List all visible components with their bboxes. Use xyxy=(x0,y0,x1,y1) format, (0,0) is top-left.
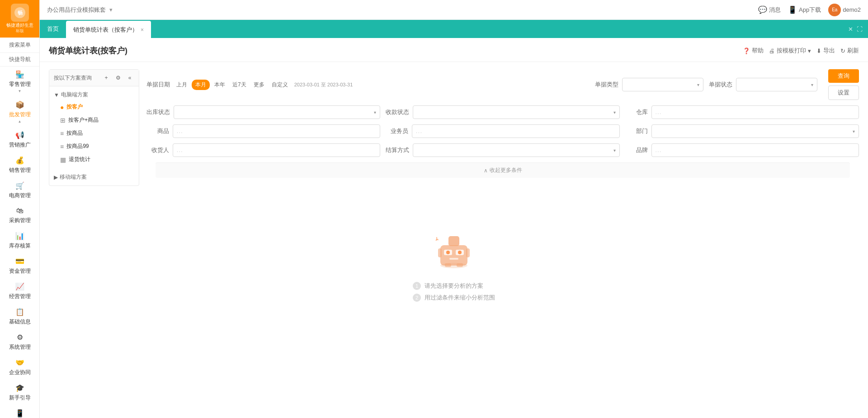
goods-label: 商品 xyxy=(146,127,169,135)
brand-input[interactable]: ... xyxy=(651,143,859,157)
filter-payment-status: 收款状态 ▾ xyxy=(386,105,619,119)
help-button[interactable]: ❓ 帮助 xyxy=(743,47,764,55)
date-btn-this-month[interactable]: 本月 xyxy=(192,80,210,90)
empty-icon xyxy=(427,220,481,275)
settlement-select[interactable]: ▾ xyxy=(413,143,619,157)
export-button[interactable]: ⬇ 导出 xyxy=(816,47,835,55)
warehouse-label: 仓库 xyxy=(625,108,648,116)
scheme-mobile-section: ▶ 移动端方案 xyxy=(49,169,139,185)
purchase-icon: 🛍 xyxy=(16,207,24,215)
bar-chart-icon: ▦ xyxy=(60,156,66,163)
filter-row-4: 收货人 ... 结算方式 ▾ xyxy=(146,143,859,157)
settlement-dropdown-icon: ▾ xyxy=(613,148,616,153)
scheme-item-by-customer[interactable]: ● 按客户 xyxy=(49,100,139,114)
date-btn-7days[interactable]: 近7天 xyxy=(230,80,249,90)
content-area: 销货单统计表(按客户) ❓ 帮助 🖨 按模板打印 ▾ ⬇ 导出 ↻ 刷新 xyxy=(40,38,868,418)
header-left: 办公用品行业模拟账套 ▾ xyxy=(47,6,113,14)
sidebar-nav[interactable]: 快捷导航 xyxy=(0,53,39,66)
app-download-button[interactable]: 📱 App下载 xyxy=(788,5,821,14)
date-label: 单据日期 xyxy=(146,81,170,89)
logo-area[interactable]: 畅 畅捷通好生意 标版 xyxy=(0,0,39,38)
sidebar-item-enterprise[interactable]: 🤝 企业协同 xyxy=(0,355,39,380)
close-window-icon[interactable]: ✕ xyxy=(848,26,853,33)
sidebar-item-wholesale[interactable]: 📦 批发管理 ▲ xyxy=(0,97,39,127)
query-layout: 按以下方案查询 + ⚙ « ▼ 电脑端方案 ● xyxy=(49,69,859,186)
tutorial-icon: 🎓 xyxy=(15,384,24,392)
empty-hint-1: 1 请先选择要分析的方案 xyxy=(413,282,495,290)
sidebar-item-system[interactable]: ⚙ 系统管理 xyxy=(0,329,39,355)
receiver-input[interactable]: ... xyxy=(173,143,380,157)
tab-bar: 首页 销货单统计表（按客户） × ✕ ⛶ xyxy=(40,20,868,38)
order-status-label: 单据状态 xyxy=(709,81,732,89)
maximize-icon[interactable]: ⛶ xyxy=(857,26,863,33)
grid-icon: ⊞ xyxy=(60,117,66,124)
sidebar-item-tutorial[interactable]: 🎓 新手引导 xyxy=(0,380,39,405)
scheme-collapse-button[interactable]: « xyxy=(125,73,134,82)
scheme-panel: 按以下方案查询 + ⚙ « ▼ 电脑端方案 ● xyxy=(49,69,139,186)
scheme-item-return-stats[interactable]: ▦ 退货统计 xyxy=(49,153,139,166)
date-btn-more[interactable]: 更多 xyxy=(251,80,267,90)
sidebar-item-marketing[interactable]: 📢 营销推广 xyxy=(0,127,39,152)
filter-area: 单据日期 上月 本月 本年 近7天 更多 自定义 2023-03-01 至 20… xyxy=(146,69,859,186)
sidebar-item-basic-info[interactable]: 📋 基础信息 xyxy=(0,304,39,329)
scheme-item-customer-goods[interactable]: ⊞ 按客户+商品 xyxy=(49,114,139,127)
export-icon: ⬇ xyxy=(816,48,821,54)
scheme-add-button[interactable]: + xyxy=(102,73,111,82)
settings-button[interactable]: 设置 xyxy=(828,86,859,100)
payment-status-select[interactable]: ▾ xyxy=(413,105,619,119)
message-button[interactable]: 💬 消息 xyxy=(758,5,781,14)
salesperson-label: 业务员 xyxy=(386,127,408,135)
scheme-settings-button[interactable]: ⚙ xyxy=(113,73,123,82)
status-dropdown-icon: ▾ xyxy=(811,82,813,87)
download-icon: 📱 xyxy=(788,5,797,14)
sidebar-item-management[interactable]: 📈 经营管理 xyxy=(0,279,39,304)
dept-dropdown-icon: ▾ xyxy=(853,129,855,134)
chevron-down-icon: ▼ xyxy=(18,89,22,93)
date-btn-custom[interactable]: 自定义 xyxy=(269,80,291,90)
out-status-select[interactable]: ▾ xyxy=(174,105,380,119)
refresh-button[interactable]: ↻ 刷新 xyxy=(840,47,859,55)
warehouse-input[interactable]: ... xyxy=(651,105,859,119)
table2-icon: ≡ xyxy=(60,143,64,150)
scheme-mobile-header[interactable]: ▶ 移动端方案 xyxy=(49,171,139,183)
user-profile[interactable]: Ea demo2 xyxy=(828,4,861,16)
out-status-dropdown-icon: ▾ xyxy=(374,110,376,115)
chevron-up-icon: ▲ xyxy=(18,119,22,124)
filter-out-status: 出库状态 ▾ xyxy=(146,105,380,119)
salesperson-input[interactable]: ... xyxy=(412,124,619,138)
print-button[interactable]: 🖨 按模板打印 ▾ xyxy=(769,47,811,55)
svg-rect-8 xyxy=(449,258,458,260)
svg-rect-9 xyxy=(448,236,459,246)
sidebar-item-finance[interactable]: 💳 资金管理 xyxy=(0,253,39,279)
main-area: 办公用品行业模拟账套 ▾ 💬 消息 📱 App下载 Ea demo2 首页 xyxy=(40,0,868,418)
refresh-icon: ↻ xyxy=(840,48,845,54)
goods-input[interactable]: ... xyxy=(173,124,380,138)
scheme-item-goods99[interactable]: ≡ 按商品99 xyxy=(49,140,139,153)
date-btn-last-month[interactable]: 上月 xyxy=(174,80,190,90)
tab-home[interactable]: 首页 xyxy=(40,20,66,38)
header-right: 💬 消息 📱 App下载 Ea demo2 xyxy=(758,4,861,16)
sidebar-item-purchase[interactable]: 🛍 采购管理 xyxy=(0,203,39,228)
sidebar-item-sales[interactable]: 💰 销售管理 xyxy=(0,152,39,178)
empty-state: 1 请先选择要分析的方案 2 用过滤条件来缩小分析范围 xyxy=(40,193,868,329)
order-type-select[interactable]: ▾ xyxy=(622,78,703,91)
svg-point-6 xyxy=(446,251,450,254)
sidebar-item-app-center[interactable]: 📱 应用中心 xyxy=(0,405,39,418)
sidebar-item-inventory[interactable]: 📊 库存核算 xyxy=(0,228,39,253)
scheme-panel-header: 按以下方案查询 + ⚙ « xyxy=(49,70,139,86)
department-select[interactable]: ▾ xyxy=(651,124,859,138)
order-status-select[interactable]: ▾ xyxy=(736,78,817,91)
query-button[interactable]: 查询 xyxy=(828,69,859,83)
date-btn-this-year[interactable]: 本年 xyxy=(212,80,228,90)
tab-active[interactable]: 销货单统计表（按客户） × xyxy=(66,21,151,39)
tab-close-icon[interactable]: × xyxy=(141,27,144,33)
scheme-desktop-header[interactable]: ▼ 电脑端方案 xyxy=(49,89,139,100)
sidebar-search[interactable]: 搜索菜单 xyxy=(0,38,39,53)
sidebar-item-retail[interactable]: 🏪 零售管理 ▼ xyxy=(0,66,39,97)
industry-dropdown-icon[interactable]: ▾ xyxy=(109,6,113,13)
filter-brand: 品牌 ... xyxy=(625,143,859,157)
svg-rect-3 xyxy=(440,245,467,266)
collapse-bar[interactable]: ∧ 收起更多条件 xyxy=(156,162,850,178)
scheme-item-by-goods[interactable]: ≡ 按商品 xyxy=(49,127,139,140)
sidebar-item-ecommerce[interactable]: 🛒 电商管理 xyxy=(0,178,39,203)
